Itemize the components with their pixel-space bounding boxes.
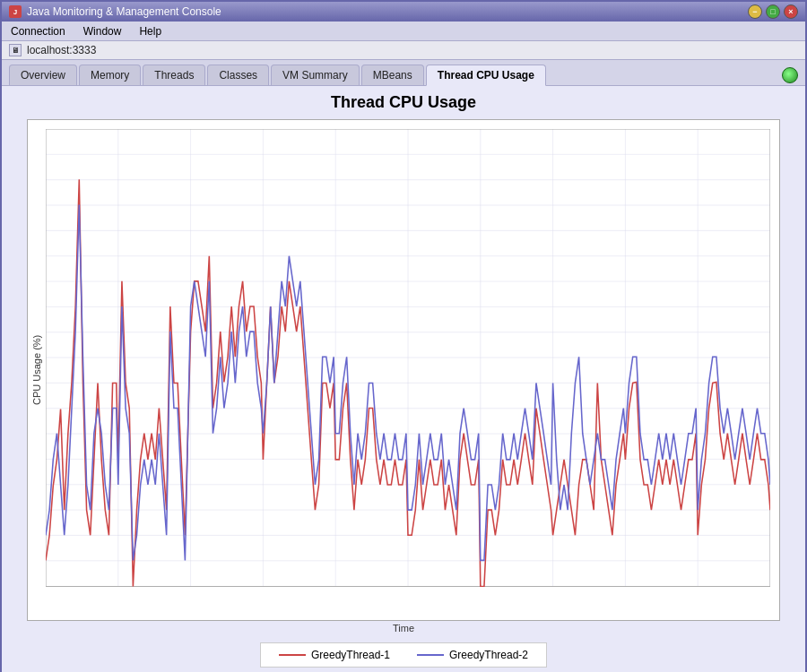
- menu-window[interactable]: Window: [80, 23, 126, 39]
- chart-inner: 0.0% 0.5% 1.0% 1.5% 2.0% 2.5% 3.0% 3.5% …: [46, 120, 779, 620]
- legend-line-thread1: [279, 654, 306, 656]
- title-bar: J Java Monitoring & Management Console −…: [2, 2, 805, 22]
- tab-vm-summary[interactable]: VM Summary: [271, 65, 360, 85]
- connection-status-dot: [782, 67, 798, 83]
- address-text: localhost:3333: [27, 44, 96, 56]
- minimize-button[interactable]: −: [748, 4, 762, 19]
- maximize-button[interactable]: □: [766, 4, 780, 19]
- chart-legend: GreedyThread-1 GreedyThread-2: [260, 642, 547, 668]
- title-bar-left: J Java Monitoring & Management Console: [9, 5, 221, 18]
- chart-svg: 0.0% 0.5% 1.0% 1.5% 2.0% 2.5% 3.0% 3.5% …: [46, 129, 770, 587]
- legend-label-thread2: GreedyThread-2: [449, 649, 528, 661]
- close-button[interactable]: ×: [784, 4, 798, 19]
- x-axis-title: Time: [393, 623, 414, 633]
- status-indicator: [782, 67, 798, 83]
- tabs-bar: Overview Memory Threads Classes VM Summa…: [2, 60, 805, 86]
- app-icon: J: [9, 5, 22, 18]
- tabs-left: Overview Memory Threads Classes VM Summa…: [9, 64, 546, 85]
- tab-mbeans[interactable]: MBeans: [361, 65, 424, 85]
- chart-container: CPU Usage (%): [27, 119, 780, 621]
- chart-title: Thread CPU Usage: [331, 93, 476, 112]
- address-icon: 🖥: [9, 44, 22, 56]
- legend-item-thread1: GreedyThread-1: [279, 649, 390, 661]
- legend-item-thread2: GreedyThread-2: [417, 649, 528, 661]
- legend-line-thread2: [417, 654, 444, 656]
- legend-label-thread1: GreedyThread-1: [311, 649, 390, 661]
- address-bar: 🖥 localhost:3333: [2, 41, 805, 60]
- window-controls: − □ ×: [748, 4, 798, 19]
- tab-overview[interactable]: Overview: [9, 65, 77, 85]
- content-area: Thread CPU Usage CPU Usage (%): [2, 86, 805, 672]
- tab-classes[interactable]: Classes: [207, 65, 269, 85]
- window-title: Java Monitoring & Management Console: [27, 5, 221, 18]
- menu-bar: Connection Window Help: [2, 22, 805, 41]
- menu-help[interactable]: Help: [135, 23, 165, 39]
- tab-thread-cpu-usage[interactable]: Thread CPU Usage: [426, 65, 546, 86]
- main-window: J Java Monitoring & Management Console −…: [0, 0, 807, 672]
- chart-plot: 0.0% 0.5% 1.0% 1.5% 2.0% 2.5% 3.0% 3.5% …: [46, 129, 770, 587]
- menu-connection[interactable]: Connection: [7, 23, 69, 39]
- tab-threads[interactable]: Threads: [143, 65, 205, 85]
- tab-memory[interactable]: Memory: [79, 65, 141, 85]
- y-axis-label: CPU Usage (%): [28, 120, 46, 620]
